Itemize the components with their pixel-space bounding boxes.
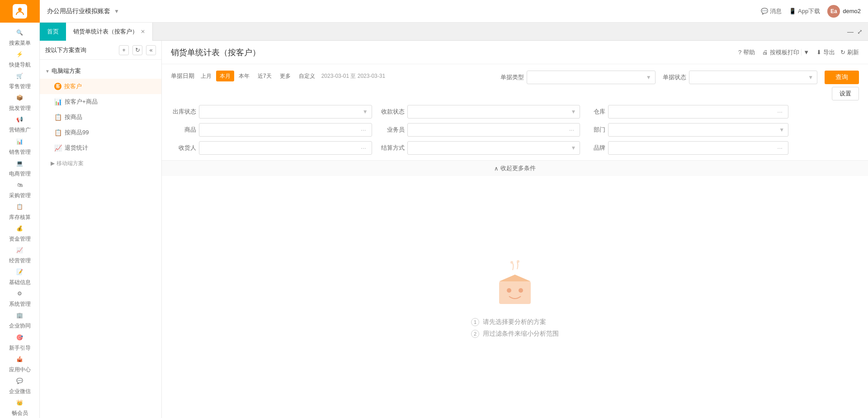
sidebar-item-label: 电商管理	[9, 170, 31, 178]
settings-button[interactable]: 设置	[832, 87, 859, 100]
payment-arrow-icon: ▼	[571, 145, 576, 151]
recipient-input[interactable]: ···	[199, 141, 372, 155]
shortcut-current-year[interactable]: 本年	[235, 71, 253, 81]
sidebar-item-search[interactable]: 🔍 搜索菜单	[0, 26, 39, 48]
sidebar-item-inventory[interactable]: 📋 库存核算	[0, 200, 39, 222]
query-button[interactable]: 查询	[825, 71, 859, 84]
sidebar: 🔍 搜索菜单 ⚡ 快捷导航 🛒 零售管理 📦 批发管理 📢 营销推广 📊 销售管…	[0, 0, 40, 418]
salesperson-dotdot-icon: ···	[567, 126, 576, 133]
shortcut-more[interactable]: 更多	[276, 71, 294, 81]
shortcut-custom[interactable]: 自定义	[295, 71, 319, 81]
sidebar-item-apps[interactable]: 🎪 应用中心	[0, 353, 39, 375]
department-arrow-icon: ▼	[779, 127, 784, 133]
out-status-arrow-icon: ▼	[363, 109, 368, 115]
scheme-item-return-stat-label: 退货统计	[65, 144, 88, 152]
sidebar-item-newbie[interactable]: 🎯 新手引导	[0, 331, 39, 353]
minimize-icon[interactable]: —	[847, 28, 854, 35]
marketing-icon: 📢	[14, 114, 25, 125]
salesperson-label: 业务员	[379, 126, 405, 134]
help-button[interactable]: ? 帮助	[738, 48, 755, 57]
sidebar-item-sales[interactable]: 📊 销售管理	[0, 135, 39, 157]
template-print-label: 按模板打印	[770, 48, 799, 57]
svg-point-5	[510, 261, 513, 264]
user-area[interactable]: Ea demo2	[827, 5, 861, 18]
sidebar-item-label: 快捷导航	[9, 61, 31, 69]
refresh-icon: ↻	[135, 47, 140, 53]
brand-input[interactable]: ···	[608, 141, 788, 155]
scheme-item-by-customer[interactable]: 客 按客户	[40, 79, 161, 94]
basic-icon: 📝	[14, 266, 25, 277]
finance-icon: 💰	[14, 223, 25, 234]
refresh-button[interactable]: ↻ 刷新	[840, 48, 859, 57]
sidebar-item-basic[interactable]: 📝 基础信息	[0, 266, 39, 287]
sidebar-item-enterprise[interactable]: 🏢 企业协同	[0, 309, 39, 331]
sidebar-item-marketing[interactable]: 📢 营销推广	[0, 113, 39, 135]
collapse-conditions-button[interactable]: ∧ 收起更多条件	[162, 160, 868, 176]
doc-status-select[interactable]: ▼	[689, 71, 817, 84]
shortcut-last-7days[interactable]: 近7天	[254, 71, 275, 81]
title-actions: ? 帮助 🖨 按模板打印 ▼ ⬇ 导出	[738, 48, 859, 57]
mobile-expand-arrow-icon: ▶	[51, 160, 55, 166]
shortcut-prev-month[interactable]: 上月	[197, 71, 215, 81]
collapse-panel-button[interactable]: «	[146, 45, 156, 55]
scheme-item-product-99[interactable]: 📋 按商品99	[40, 125, 161, 140]
quicknav-icon: ⚡	[14, 49, 25, 60]
shortcut-current-month[interactable]: 本月	[216, 71, 234, 81]
refresh-label: 刷新	[847, 48, 859, 57]
app-download-button[interactable]: 📱 App下载	[789, 7, 820, 15]
tab-home[interactable]: 首页	[40, 23, 66, 41]
scheme-group-mobile-header[interactable]: ▶ 移动端方案	[40, 156, 161, 171]
sidebar-item-retail[interactable]: 🛒 零售管理	[0, 70, 39, 91]
scheme-item-return-stat[interactable]: 📈 退货统计	[40, 140, 161, 156]
avatar: Ea	[827, 5, 840, 18]
sidebar-item-system[interactable]: ⚙ 系统管理	[0, 287, 39, 309]
scheme-group-desktop-header[interactable]: ▼ 电脑端方案	[40, 63, 161, 79]
recipient-dotdot-icon: ···	[359, 144, 368, 152]
inventory-icon: 📋	[14, 201, 25, 212]
sidebar-item-ecommerce[interactable]: 💻 电商管理	[0, 157, 39, 179]
add-scheme-button[interactable]: +	[119, 45, 129, 55]
refresh-btn-icon: ↻	[840, 49, 845, 56]
sidebar-item-label: 采购管理	[9, 192, 31, 200]
scheme-item-customer-product[interactable]: 📊 按客户+商品	[40, 94, 161, 109]
export-button[interactable]: ⬇ 导出	[816, 48, 835, 57]
tab-sales-stat-label: 销货单统计表（按客户）	[73, 28, 138, 36]
sidebar-item-operations[interactable]: 📈 经营管理	[0, 244, 39, 266]
sidebar-item-member[interactable]: 👑 畅会员	[0, 396, 39, 418]
template-print-main[interactable]: 🖨 按模板打印	[760, 48, 801, 57]
sidebar-item-label: 新手引导	[9, 344, 31, 352]
sidebar-item-wechat[interactable]: 💬 企业微信	[0, 375, 39, 396]
sidebar-item-quicknav[interactable]: ⚡ 快捷导航	[0, 48, 39, 70]
template-print-button[interactable]: 🖨 按模板打印 ▼	[760, 48, 811, 57]
pay-status-select[interactable]: ▼	[407, 105, 580, 119]
salesperson-input[interactable]: ···	[407, 123, 580, 137]
hint-num-2: 2	[471, 330, 479, 338]
tab-sales-stat[interactable]: 销货单统计表（按客户） ✕	[66, 23, 153, 41]
message-icon: 💬	[761, 8, 768, 14]
maximize-icon[interactable]: ⤢	[857, 28, 863, 35]
message-button[interactable]: 💬 消息	[761, 7, 782, 15]
scheme-item-by-product[interactable]: 📋 按商品	[40, 109, 161, 125]
sidebar-item-wholesale[interactable]: 📦 批发管理	[0, 91, 39, 113]
tab-close-icon[interactable]: ✕	[141, 28, 145, 35]
header-left: 办公用品行业模拟账套 ▼	[47, 7, 119, 15]
out-status-select[interactable]: ▼	[199, 105, 372, 119]
sidebar-item-finance[interactable]: 💰 资金管理	[0, 222, 39, 244]
department-select[interactable]: ▼	[608, 123, 788, 137]
sidebar-item-label: 系统管理	[9, 300, 31, 308]
warehouse-input[interactable]: ···	[608, 105, 788, 119]
refresh-scheme-button[interactable]: ↻	[132, 45, 142, 55]
product-input[interactable]: ···	[199, 123, 372, 137]
system-dropdown-arrow[interactable]: ▼	[114, 8, 119, 14]
sidebar-item-label: 应用中心	[9, 366, 31, 374]
payment-select[interactable]: ▼	[407, 141, 580, 155]
doc-type-select[interactable]: ▼	[527, 71, 655, 84]
product99-icon: 📋	[54, 129, 62, 136]
header-right: 💬 消息 📱 App下载 Ea demo2	[761, 5, 861, 18]
svg-marker-2	[499, 275, 531, 281]
filter-section: 单据日期 上月 本月 本年 近7天 更多 自定义 2023-03-01 至 20…	[162, 64, 868, 176]
sidebar-item-purchase[interactable]: 🛍 采购管理	[0, 179, 39, 200]
template-print-arrow[interactable]: ▼	[801, 49, 811, 56]
operations-icon: 📈	[14, 245, 25, 256]
empty-hints: 1 请先选择要分析的方案 2 用过滤条件来缩小分析范围	[471, 318, 559, 338]
